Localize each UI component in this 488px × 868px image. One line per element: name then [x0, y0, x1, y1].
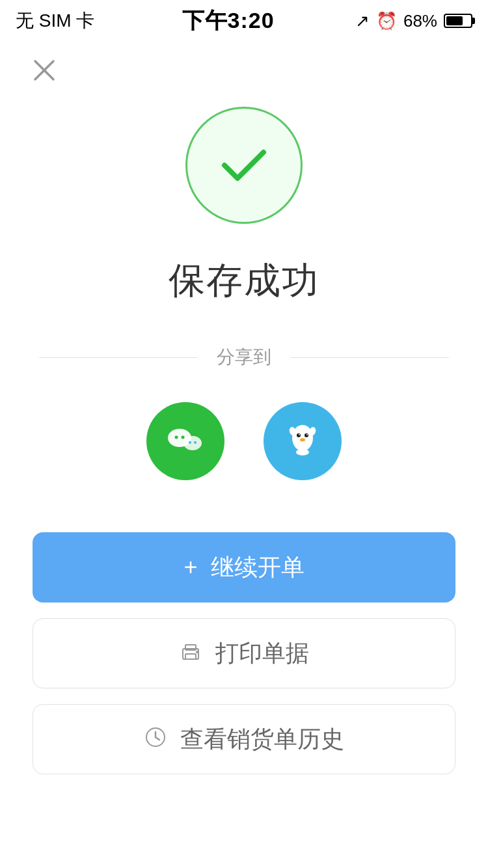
svg-point-15: [300, 439, 305, 442]
svg-point-6: [182, 436, 185, 439]
checkmark-icon: [215, 136, 273, 195]
wechat-icon: [163, 418, 208, 464]
clock-icon: [144, 726, 167, 753]
wechat-share-button[interactable]: [146, 402, 224, 480]
success-title: 保存成功: [169, 256, 319, 306]
actions-section: + 继续开单 打印单据: [0, 532, 488, 774]
qq-share-button[interactable]: [264, 402, 342, 480]
svg-point-9: [292, 425, 313, 451]
svg-point-7: [189, 441, 191, 444]
carrier-text: 无 SIM 卡: [16, 8, 94, 33]
print-button[interactable]: 打印单据: [33, 618, 455, 688]
history-label: 查看销货单历史: [180, 724, 344, 755]
success-circle: [185, 107, 303, 224]
svg-point-11: [297, 433, 301, 437]
status-right: ↗ ⏰ 68%: [355, 11, 472, 31]
history-button[interactable]: 查看销货单历史: [33, 704, 455, 774]
status-time: 下午3:20: [182, 6, 275, 36]
printer-icon: [179, 640, 202, 667]
status-bar: 无 SIM 卡 下午3:20 ↗ ⏰ 68%: [0, 0, 488, 42]
plus-icon: +: [183, 556, 197, 579]
divider-left: [39, 357, 197, 358]
share-section: 分享到: [0, 345, 488, 480]
status-left: 无 SIM 卡: [16, 8, 101, 33]
svg-point-14: [306, 434, 308, 435]
svg-point-21: [196, 651, 198, 653]
svg-line-24: [156, 737, 159, 740]
share-divider-row: 分享到: [0, 345, 488, 370]
alarm-icon: ⏰: [376, 11, 397, 31]
svg-point-12: [305, 433, 308, 437]
svg-point-13: [299, 434, 300, 435]
battery-icon: [444, 14, 472, 28]
svg-point-10: [296, 449, 309, 455]
continue-order-label: 继续开单: [211, 552, 305, 584]
print-label: 打印单据: [215, 638, 309, 670]
qq-icon: [280, 418, 325, 464]
divider-right: [291, 357, 449, 358]
main-content: 保存成功 分享到: [0, 42, 488, 774]
continue-order-button[interactable]: + 继续开单: [33, 532, 455, 603]
location-icon: ↗: [355, 11, 370, 31]
share-label: 分享到: [197, 345, 291, 370]
svg-point-4: [183, 436, 202, 450]
battery-text: 68%: [403, 11, 437, 31]
svg-point-8: [194, 441, 197, 444]
close-button[interactable]: [26, 52, 62, 88]
svg-point-5: [175, 436, 178, 439]
share-icons-row: [146, 402, 342, 480]
svg-rect-20: [185, 654, 196, 659]
